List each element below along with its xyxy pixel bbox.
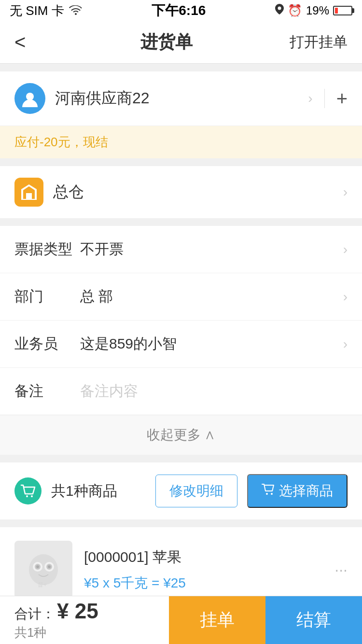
ticket-type-value: 不开票 xyxy=(72,239,343,259)
product-thumbnail: 督+ xyxy=(14,541,72,599)
supplier-name: 河南供应商22 xyxy=(55,88,308,109)
warehouse-chevron-icon: › xyxy=(343,184,348,200)
status-right: ⏰ 19% xyxy=(275,4,352,17)
hang-button[interactable]: 挂单 xyxy=(169,596,265,644)
svg-point-0 xyxy=(26,93,34,100)
svg-point-12 xyxy=(48,565,51,568)
product-info: [0000001] 苹果 ¥5 x 5千克 = ¥25 xyxy=(84,547,334,592)
svg-point-2 xyxy=(26,495,28,497)
product-total: ¥25 xyxy=(163,575,186,590)
carrier-text: 无 SIM 卡 xyxy=(10,2,64,19)
ticket-type-row[interactable]: 票据类型 不开票 › xyxy=(0,226,362,273)
department-row[interactable]: 部门 总 部 › xyxy=(0,273,362,320)
footer: 合计： ¥ 25 共1种 挂单 结算 xyxy=(0,596,362,644)
status-bar: 无 SIM 卡 下午6:16 ⏰ 19% xyxy=(0,0,362,21)
ticket-type-chevron-icon: › xyxy=(343,242,348,257)
product-name: [0000001] 苹果 xyxy=(84,547,334,567)
total-count: 共1种 xyxy=(14,624,154,641)
product-header: 共1种商品 修改明细 选择商品 xyxy=(0,462,362,519)
warehouse-row[interactable]: 总仓 › xyxy=(0,166,362,218)
product-more-button[interactable]: ··· xyxy=(334,561,348,579)
salesman-label: 业务员 xyxy=(14,334,72,354)
salesman-chevron-icon: › xyxy=(343,336,348,352)
cart-icon xyxy=(262,483,275,499)
collapse-button[interactable]: 收起更多 ∧ xyxy=(0,415,362,455)
svg-point-5 xyxy=(271,493,273,495)
nav-bar: < 进货单 打开挂单 xyxy=(0,21,362,64)
divider xyxy=(324,89,325,108)
svg-point-6 xyxy=(29,554,58,585)
location-icon xyxy=(275,4,284,17)
svg-point-3 xyxy=(31,495,33,497)
svg-point-4 xyxy=(266,493,268,495)
supplier-avatar xyxy=(14,83,45,114)
product-quantity: 5千克 xyxy=(113,575,148,590)
department-label: 部门 xyxy=(14,287,72,307)
status-time: 下午6:16 xyxy=(152,1,206,20)
ticket-type-label: 票据类型 xyxy=(14,239,72,259)
status-left: 无 SIM 卡 xyxy=(10,2,83,19)
warehouse-icon xyxy=(14,178,43,207)
svg-rect-1 xyxy=(26,193,32,199)
select-product-button[interactable]: 选择商品 xyxy=(247,474,348,508)
equals-sign: = xyxy=(148,575,163,590)
price-formula: ¥5 x xyxy=(84,575,113,590)
supplier-notice: 应付-20元，现结 xyxy=(0,126,362,158)
main-content: 河南供应商22 › + 应付-20元，现结 总仓 › 票据类型 不开票 › 部门… xyxy=(0,71,362,644)
open-hang-button[interactable]: 打开挂单 xyxy=(290,32,348,52)
department-value: 总 部 xyxy=(72,287,343,307)
alarm-icon: ⏰ xyxy=(288,4,302,17)
page-title: 进货单 xyxy=(140,30,193,54)
add-supplier-button[interactable]: + xyxy=(336,88,348,110)
remark-label: 备注 xyxy=(14,381,72,401)
department-chevron-icon: › xyxy=(343,289,348,305)
supplier-chevron-icon: › xyxy=(308,91,312,106)
supplier-card: 河南供应商22 › + 应付-20元，现结 xyxy=(0,71,362,158)
wifi-icon xyxy=(69,3,83,18)
remark-row[interactable]: 备注 备注内容 xyxy=(0,367,362,415)
warehouse-name: 总仓 xyxy=(53,182,343,203)
select-product-label: 选择商品 xyxy=(279,482,333,500)
svg-point-11 xyxy=(36,565,39,568)
product-price: ¥5 x 5千克 = ¥25 xyxy=(84,574,334,592)
back-button[interactable]: < xyxy=(14,31,43,53)
svg-text:督+: 督+ xyxy=(38,581,47,588)
warehouse-card[interactable]: 总仓 › xyxy=(0,166,362,218)
battery-icon xyxy=(333,6,352,15)
edit-detail-button[interactable]: 修改明细 xyxy=(155,475,237,507)
supplier-row[interactable]: 河南供应商22 › + xyxy=(0,71,362,126)
footer-total: 合计： ¥ 25 共1种 xyxy=(0,599,169,641)
settle-button[interactable]: 结算 xyxy=(265,596,362,644)
product-count-icon xyxy=(14,477,42,504)
product-count-text: 共1种商品 xyxy=(51,481,146,501)
battery-percent: 19% xyxy=(306,4,329,17)
remark-input[interactable]: 备注内容 xyxy=(72,381,348,401)
total-label: 合计： xyxy=(14,605,55,623)
form-card: 票据类型 不开票 › 部门 总 部 › 业务员 这是859的小智 › 备注 备注… xyxy=(0,226,362,455)
salesman-value: 这是859的小智 xyxy=(72,334,343,354)
total-amount: ¥ 25 xyxy=(57,599,98,623)
salesman-row[interactable]: 业务员 这是859的小智 › xyxy=(0,320,362,367)
